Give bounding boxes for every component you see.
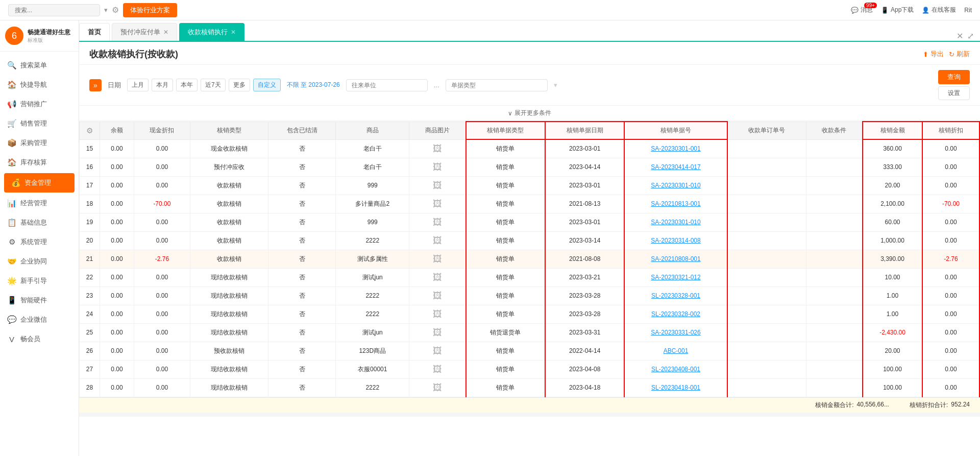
search-input[interactable]	[8, 4, 100, 16]
sidebar-item-basic-info[interactable]: 📋 基础信息	[0, 213, 79, 232]
cell-goods: 测试jun	[336, 268, 409, 286]
refresh-button[interactable]: ↻ 刷新	[949, 50, 970, 59]
sidebar-label-system: 系统管理	[20, 237, 47, 247]
cell-doc-date: 2023-03-01	[545, 139, 624, 158]
expand-button[interactable]: »	[89, 79, 102, 91]
sidebar-item-sales[interactable]: 🛒 销售管理	[0, 114, 79, 133]
page-header: 收款核销执行(按收款) ⬆ 导出 ↻ 刷新	[79, 42, 980, 65]
sidebar-item-finance[interactable]: 💰 资金管理	[4, 173, 75, 193]
cell-doc-no[interactable]: SA-20230314-008	[624, 231, 727, 250]
cell-doc-no[interactable]: SA-20230414-017	[624, 158, 727, 176]
logo-icon: 6	[5, 27, 23, 45]
th-verify-type: 核销类型	[190, 122, 268, 139]
sidebar-label-finance: 资金管理	[24, 178, 51, 187]
cell-payment-cond	[806, 268, 863, 286]
sidebar-item-beginner[interactable]: 🌟 新手引导	[0, 271, 79, 291]
sidebar-item-search[interactable]: 🔍 搜索菜单	[0, 56, 79, 75]
expand-more-bar: ∨ 展开更多条件	[79, 106, 980, 121]
vendor-dots[interactable]: ...	[434, 81, 439, 89]
cell-order-no	[727, 342, 806, 360]
cell-goods-img: 🖼	[409, 323, 466, 342]
cell-doc-no[interactable]: SA-20230331-026	[624, 323, 727, 342]
cell-doc-no[interactable]: SL-20230418-001	[624, 378, 727, 397]
sidebar-item-quick-nav[interactable]: 🏠 快捷导航	[0, 75, 79, 94]
more-date-btn[interactable]: 更多	[229, 79, 250, 91]
cell-doc-no[interactable]: ABC-001	[624, 342, 727, 360]
gear-icon[interactable]: ⚙	[112, 5, 119, 15]
cell-doc-no[interactable]: SA-20230301-001	[624, 139, 727, 158]
cell-cash-discount: 0.00	[134, 378, 190, 397]
cell-discount: 0.00	[922, 231, 979, 250]
amount-total-label: 核销金额合计:	[815, 401, 853, 410]
logo-char: 6	[12, 31, 17, 41]
sidebar-label-smart-hw: 智能硬件	[20, 296, 47, 305]
sidebar-item-purchase[interactable]: 📦 采购管理	[0, 133, 79, 153]
cell-doc-no[interactable]: SA-20230301-010	[624, 213, 727, 231]
cell-doc-type: 销货单	[466, 360, 545, 378]
setting-button[interactable]: 设置	[938, 86, 970, 100]
cell-discount: 0.00	[922, 342, 979, 360]
tab-home[interactable]: 首页	[79, 23, 110, 41]
member-icon: V	[7, 335, 16, 344]
expand-more-label: 展开更多条件	[514, 109, 551, 117]
query-button[interactable]: 查询	[938, 70, 970, 84]
tab-verify-close-icon[interactable]: ✕	[231, 29, 236, 36]
th-settings[interactable]: ⚙	[80, 122, 100, 139]
table-row: 22 0.00 0.00 现结收款核销 否 测试jun 🖼 销货单 2023-0…	[80, 268, 980, 286]
tab-maximize-icon[interactable]: ⤢	[967, 31, 974, 41]
this-month-btn[interactable]: 本月	[152, 79, 173, 91]
cell-verify-type: 收款核销	[190, 195, 268, 213]
cell-doc-no[interactable]: SL-20230328-002	[624, 305, 727, 323]
table-row: 28 0.00 0.00 现结收款核销 否 2222 🖼 销货单 2023-04…	[80, 378, 980, 397]
sidebar-item-marketing[interactable]: 📢 营销推广	[0, 94, 79, 114]
online-service-button[interactable]: 👤 在线客服	[922, 6, 956, 14]
cell-doc-date: 2023-03-14	[545, 231, 624, 250]
tab-prepay[interactable]: 预付冲应付单 ✕	[112, 23, 177, 41]
cell-num: 19	[80, 213, 100, 231]
tab-prepay-close-icon[interactable]: ✕	[163, 29, 168, 36]
cell-goods-img: 🖼	[409, 213, 466, 231]
scroll-bar[interactable]	[79, 413, 980, 417]
cell-doc-no[interactable]: SA-20230321-012	[624, 268, 727, 286]
cell-doc-type: 销货单	[466, 176, 545, 195]
cell-balance: 0.00	[100, 176, 134, 195]
sidebar-item-smart-hw[interactable]: 📱 智能硬件	[0, 291, 79, 310]
custom-date-btn[interactable]: 自定义	[253, 79, 281, 91]
sidebar-item-wechat[interactable]: 💬 企业微信	[0, 310, 79, 329]
cell-doc-no[interactable]: SA-20210808-001	[624, 250, 727, 268]
expand-more-button[interactable]: ∨ 展开更多条件	[508, 109, 551, 117]
tab-verify[interactable]: 收款核销执行 ✕	[179, 23, 244, 41]
user-name[interactable]: Rit	[964, 7, 972, 14]
sidebar-logo: 6 畅捷通谱好生意 标准版	[0, 20, 79, 52]
cell-goods: 测试多属性	[336, 250, 409, 268]
sidebar-item-member[interactable]: V 畅会员	[0, 329, 79, 349]
cell-doc-no[interactable]: SL-20230328-001	[624, 286, 727, 305]
last-month-btn[interactable]: 上月	[127, 79, 149, 91]
industry-button[interactable]: 体验行业方案	[123, 3, 177, 17]
message-button[interactable]: 💬 消息 99+	[851, 6, 873, 14]
cell-discount: -70.00	[922, 195, 979, 213]
cell-doc-no[interactable]: SA-20230301-010	[624, 176, 727, 195]
sidebar-item-inventory[interactable]: 🏠 库存核算	[0, 153, 79, 172]
sidebar-item-system[interactable]: ⚙ 系统管理	[0, 232, 79, 252]
cell-doc-no[interactable]: SL-20230408-001	[624, 360, 727, 378]
wechat-icon: 💬	[7, 315, 16, 324]
export-button[interactable]: ⬆ 导出	[923, 50, 944, 59]
doc-type-input[interactable]	[446, 79, 548, 91]
cell-doc-date: 2023-03-01	[545, 213, 624, 231]
doc-type-arrow[interactable]: ▾	[554, 81, 557, 89]
cell-doc-no[interactable]: SA-20210813-001	[624, 195, 727, 213]
cell-order-no	[727, 268, 806, 286]
sidebar-item-operations[interactable]: 📊 经营管理	[0, 194, 79, 213]
cell-balance: 0.00	[100, 378, 134, 397]
vendor-input[interactable]	[346, 79, 428, 91]
cell-doc-type: 销货单	[466, 268, 545, 286]
dropdown-icon[interactable]: ▾	[104, 6, 108, 14]
cell-goods: 2222	[336, 231, 409, 250]
cell-goods: 多计量商品2	[336, 195, 409, 213]
sidebar-item-enterprise[interactable]: 🤝 企业协同	[0, 252, 79, 271]
this-year-btn[interactable]: 本年	[176, 79, 198, 91]
last-7-days-btn[interactable]: 近7天	[201, 79, 226, 91]
tab-close-window-icon[interactable]: ✕	[957, 31, 963, 41]
app-download-button[interactable]: 📱 App下载	[881, 6, 914, 14]
